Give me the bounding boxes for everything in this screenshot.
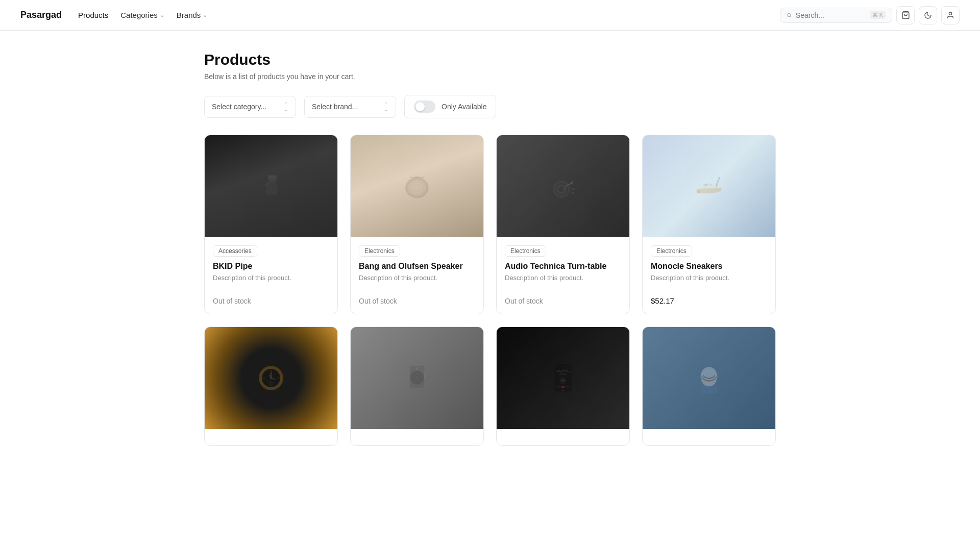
moon-icon: [924, 11, 932, 19]
svg-rect-7: [268, 172, 277, 174]
chevron-down-icon: ⌄: [284, 107, 288, 112]
nav-brands[interactable]: Brands ⌄: [177, 11, 208, 19]
speaker-illustration: [402, 171, 432, 202]
product-card[interactable]: 00:04:14: [496, 327, 630, 446]
cart-button[interactable]: [896, 6, 915, 24]
chevron-down-icon: ⌄: [160, 12, 164, 18]
helmet-illustration: [694, 363, 724, 393]
svg-point-66: [701, 367, 718, 386]
chevron-down-icon: ⌄: [384, 107, 388, 112]
product-name: Bang and Olufsen Speaker: [359, 262, 475, 271]
brand-filter[interactable]: Select brand... ⌃ ⌄: [304, 96, 396, 118]
product-card[interactable]: Electronics Bang and Olufsen Speaker Des…: [350, 135, 484, 314]
available-toggle[interactable]: [414, 101, 435, 113]
navbar: Pasargad Products Categories ⌄ Brands ⌄ …: [0, 0, 980, 31]
navbar-actions: ⌘ K: [780, 6, 960, 24]
product-name: Monocle Sneakers: [651, 262, 767, 271]
product-image: 12 6: [205, 327, 337, 429]
user-icon: [946, 11, 954, 19]
svg-point-52: [416, 377, 419, 379]
toggle-knob: [415, 102, 425, 111]
category-filter-label: Select category...: [212, 103, 266, 111]
available-filter-label: Only Available: [442, 103, 486, 111]
svg-point-28: [572, 192, 574, 194]
svg-point-42: [271, 378, 272, 379]
product-stock-status: Out of stock: [359, 297, 397, 305]
svg-rect-27: [571, 188, 575, 190]
page-subtitle: Below is a list of products you have in …: [204, 72, 776, 81]
products-grid: Accessories BKID Pipe Description of thi…: [204, 135, 776, 446]
svg-line-1: [790, 16, 791, 17]
category-filter-chevrons: ⌃ ⌄: [284, 102, 288, 112]
product-description: Description of this product.: [505, 274, 621, 282]
product-divider: [651, 289, 767, 289]
sneakers-illustration: MONCLER: [694, 171, 724, 202]
svg-point-14: [411, 182, 423, 194]
svg-rect-62: [561, 386, 566, 388]
category-filter[interactable]: Select category... ⌃ ⌄: [204, 96, 296, 118]
nav-categories[interactable]: Categories ⌄: [120, 11, 164, 19]
product-card[interactable]: Accessories BKID Pipe Description of thi…: [204, 135, 338, 314]
brand-logo[interactable]: Pasargad: [20, 10, 62, 20]
svg-point-26: [571, 181, 574, 184]
pipe-person-illustration: [256, 171, 286, 202]
product-description: Description of this product.: [651, 274, 767, 282]
product-body: [643, 429, 775, 445]
product-name: Audio Technica Turn-table: [505, 262, 621, 271]
svg-point-64: [562, 390, 564, 391]
product-body: Electronics Audio Technica Turn-table De…: [497, 237, 629, 314]
svg-rect-11: [265, 184, 267, 185]
product-stock-status: Out of stock: [213, 297, 251, 305]
product-category: Accessories: [213, 245, 257, 257]
product-body: Electronics Monocle Sneakers Description…: [643, 237, 775, 314]
chevron-up-icon: ⌃: [384, 102, 388, 107]
product-card[interactable]: 12 6: [204, 327, 338, 446]
main-content: Products Below is a list of products you…: [184, 31, 796, 477]
product-body: [497, 429, 629, 445]
search-shortcut: ⌘ K: [870, 11, 886, 19]
theme-toggle-button[interactable]: [919, 6, 937, 24]
product-image: [351, 327, 483, 429]
product-name: BKID Pipe: [213, 262, 329, 271]
filters-bar: Select category... ⌃ ⌄ Select brand... ⌃…: [204, 95, 776, 118]
product-divider: [213, 289, 329, 289]
product-body: Electronics Bang and Olufsen Speaker Des…: [351, 237, 483, 314]
product-body: Accessories BKID Pipe Description of thi…: [205, 237, 337, 314]
chevron-up-icon: ⌃: [284, 102, 288, 107]
wireless-charger-illustration: [402, 363, 432, 393]
product-price: $52.17: [651, 296, 674, 305]
product-image: [205, 135, 337, 237]
svg-point-63: [567, 386, 569, 388]
product-image: MONCLER: [643, 135, 775, 237]
brand-filter-chevrons: ⌃ ⌄: [384, 102, 388, 112]
product-description: Description of this product.: [359, 274, 475, 282]
product-body: [351, 429, 483, 445]
svg-text:MONCLER: MONCLER: [715, 177, 721, 187]
svg-text:00:04:14: 00:04:14: [559, 373, 567, 375]
product-card[interactable]: Electronics Audio Technica Turn-table De…: [496, 135, 630, 314]
watch-illustration: 12 6: [256, 363, 286, 393]
svg-rect-5: [266, 183, 278, 195]
svg-point-3: [949, 12, 951, 15]
brand-filter-label: Select brand...: [312, 103, 358, 111]
svg-rect-61: [557, 386, 561, 388]
nav-products[interactable]: Products: [78, 11, 108, 19]
audio-recorder-illustration: 00:04:14: [548, 363, 578, 393]
search-bar: ⌘ K: [780, 8, 892, 23]
svg-point-30: [697, 191, 700, 193]
product-card[interactable]: [350, 327, 484, 446]
product-card[interactable]: MONCLER Electronics Monocle Sneakers Des…: [642, 135, 776, 314]
product-card[interactable]: [642, 327, 776, 446]
svg-point-43: [268, 380, 274, 385]
product-category: Electronics: [359, 245, 400, 257]
svg-point-0: [787, 13, 791, 17]
product-body: [205, 429, 337, 445]
available-filter: Only Available: [404, 95, 496, 118]
product-stock-status: Out of stock: [505, 297, 543, 305]
user-button[interactable]: [941, 6, 960, 24]
nav-links: Products Categories ⌄ Brands ⌄: [78, 11, 764, 19]
search-input[interactable]: [796, 11, 866, 19]
product-description: Description of this product.: [213, 274, 329, 282]
svg-text:12: 12: [270, 372, 272, 374]
product-category: Electronics: [505, 245, 546, 257]
